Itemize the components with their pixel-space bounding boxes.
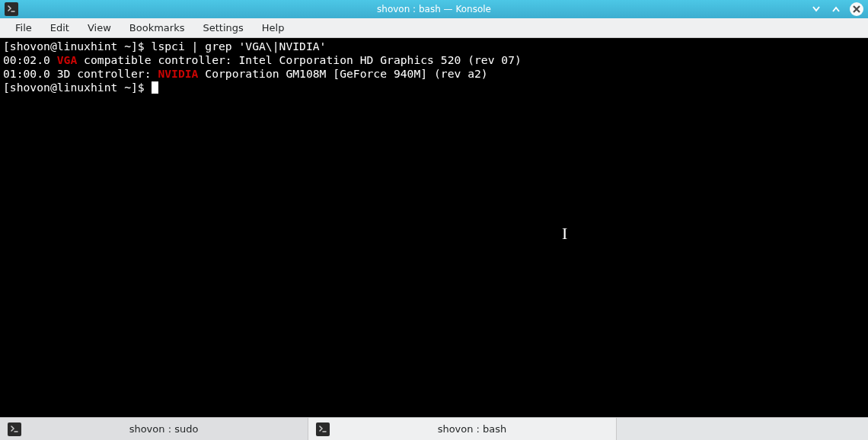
tab-shovon-bash[interactable]: shovon : bash	[308, 418, 617, 440]
app-terminal-icon	[5, 2, 18, 16]
window-title: shovon : bash — Konsole	[377, 4, 491, 14]
terminal-icon	[8, 422, 21, 436]
menu-bookmarks[interactable]: Bookmarks	[120, 20, 194, 36]
grep-match: VGA	[57, 53, 78, 66]
tab-label: shovon : bash	[336, 423, 608, 435]
menu-help[interactable]: Help	[253, 20, 294, 36]
tab-bar: shovon : sudo shovon : bash	[0, 417, 868, 440]
output-text: 01:00.0 3D controller:	[3, 67, 158, 80]
mouse-ibeam-cursor-icon: I	[562, 227, 567, 241]
terminal-cursor	[152, 81, 158, 94]
tab-label: shovon : sudo	[27, 423, 300, 435]
terminal-icon	[316, 422, 330, 436]
grep-match: NVIDIA	[158, 67, 198, 80]
output-text: Corporation GM108M [GeForce 940M] (rev a…	[198, 67, 487, 80]
menu-view[interactable]: View	[78, 20, 120, 36]
tab-shovon-sudo[interactable]: shovon : sudo	[0, 418, 308, 440]
menu-edit[interactable]: Edit	[41, 20, 78, 36]
minimize-button[interactable]	[810, 3, 822, 15]
maximize-button[interactable]	[830, 3, 842, 15]
window-titlebar: shovon : bash — Konsole	[0, 0, 868, 18]
command-text: lspci | grep 'VGA\|NVIDIA'	[152, 40, 327, 53]
output-text: compatible controller: Intel Corporation…	[77, 53, 522, 66]
prompt: [shovon@linuxhint ~]$	[3, 81, 152, 94]
menu-file[interactable]: File	[6, 20, 41, 36]
prompt: [shovon@linuxhint ~]$	[3, 40, 152, 53]
menubar: File Edit View Bookmarks Settings Help	[0, 18, 868, 38]
close-button[interactable]	[850, 2, 863, 16]
menu-settings[interactable]: Settings	[193, 20, 252, 36]
window-controls	[810, 2, 868, 16]
terminal-viewport[interactable]: [shovon@linuxhint ~]$ lspci | grep 'VGA\…	[0, 38, 868, 417]
output-text: 00:02.0	[3, 53, 57, 66]
